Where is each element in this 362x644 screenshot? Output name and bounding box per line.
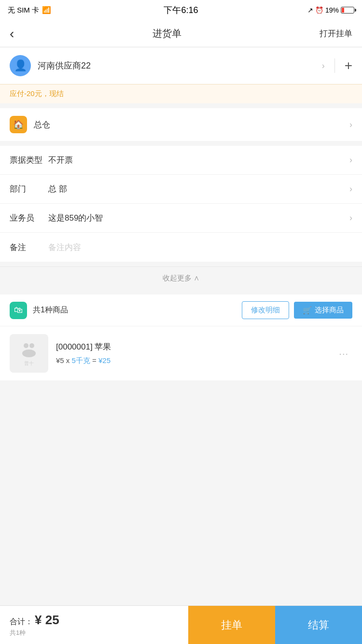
supplier-avatar: 👤: [10, 55, 31, 76]
products-count: 共1种商品: [33, 305, 242, 315]
invoice-type-chevron-icon: ›: [349, 155, 352, 165]
collapse-text: 收起更多 ∧: [163, 274, 199, 282]
product-total: ¥25: [98, 356, 111, 364]
edit-details-button[interactable]: 修改明细: [242, 301, 289, 319]
total-count: 共1种: [10, 629, 179, 637]
invoice-type-value: 不开票: [48, 154, 349, 166]
carrier-text: 无 SIM 卡: [8, 6, 39, 15]
notice-text: 应付-20元，现结: [10, 89, 64, 98]
invoice-type-row[interactable]: 票据类型 不开票 ›: [0, 146, 362, 175]
product-more-button[interactable]: ···: [335, 346, 352, 361]
form-section: 票据类型 不开票 › 部门 总 部 › 业务员 这是859的小智 › 备注 备注…: [0, 146, 362, 262]
product-qty: 5千克: [72, 356, 90, 364]
department-value: 总 部: [48, 183, 349, 195]
svg-point-0: [24, 343, 28, 348]
warehouse-symbol: 🏠: [13, 119, 24, 130]
supplier-name: 河南供应商22: [38, 60, 322, 71]
products-header: 🛍 共1种商品 修改明细 🛒 选择商品: [0, 294, 362, 326]
product-multiply: x: [66, 356, 72, 364]
product-unit-price: ¥5: [56, 356, 64, 364]
remark-row[interactable]: 备注 备注内容: [0, 233, 362, 262]
products-icon: 🛍: [10, 302, 27, 319]
select-products-button[interactable]: 🛒 选择商品: [294, 302, 352, 319]
select-products-icon: 🛒: [303, 306, 312, 315]
battery-percent: 19%: [325, 6, 339, 14]
department-chevron-icon: ›: [349, 184, 352, 194]
shopping-bag-icon: 🛍: [14, 305, 23, 315]
back-button[interactable]: ‹: [10, 26, 14, 42]
svg-point-2: [22, 350, 36, 357]
supplier-chevron-icon: ›: [322, 61, 325, 71]
invoice-type-label: 票据类型: [10, 154, 48, 166]
remark-label: 备注: [10, 242, 48, 253]
total-section: 合计： ¥ 25 共1种: [0, 608, 188, 642]
status-left: 无 SIM 卡 📶: [8, 6, 51, 15]
alarm-icon: ⏰: [315, 6, 323, 14]
status-right: ↗ ⏰ 19%: [307, 6, 354, 14]
warehouse-section: 🏠 总仓 ›: [0, 108, 362, 141]
hang-order-button[interactable]: 挂单: [188, 606, 275, 644]
department-label: 部门: [10, 183, 48, 195]
notice-bar: 应付-20元，现结: [0, 84, 362, 103]
product-item: 普十 [0000001] 苹果 ¥5 x 5千克 = ¥25 ···: [0, 326, 362, 380]
product-equals: =: [92, 356, 98, 364]
nav-bar: ‹ 进货单 打开挂单: [0, 20, 362, 47]
total-row: 合计： ¥ 25: [10, 613, 179, 628]
products-section: 🛍 共1种商品 修改明细 🛒 选择商品 普十: [0, 294, 362, 380]
salesperson-chevron-icon: ›: [349, 213, 352, 223]
product-price: ¥5 x 5千克 = ¥25: [56, 356, 335, 365]
product-thumbnail: 普十: [10, 334, 48, 373]
battery-icon: [341, 7, 354, 14]
product-name: [0000001] 苹果: [56, 341, 335, 352]
status-bar: 无 SIM 卡 📶 下午6:16 ↗ ⏰ 19%: [0, 0, 362, 20]
remark-placeholder: 备注内容: [48, 242, 352, 253]
select-products-label: 选择商品: [315, 306, 344, 315]
add-supplier-button[interactable]: +: [345, 58, 352, 73]
svg-point-1: [29, 343, 34, 348]
total-amount: ¥ 25: [35, 613, 59, 628]
warehouse-chevron-icon: ›: [349, 120, 352, 130]
salesperson-label: 业务员: [10, 212, 48, 224]
salesperson-value: 这是859的小智: [48, 212, 349, 224]
warehouse-icon: 🏠: [10, 116, 27, 133]
supplier-divider: [334, 58, 335, 73]
total-label: 合计：: [10, 617, 33, 627]
checkout-button[interactable]: 结算: [275, 606, 362, 644]
product-info: [0000001] 苹果 ¥5 x 5千克 = ¥25: [56, 341, 335, 365]
warehouse-row[interactable]: 🏠 总仓 ›: [0, 108, 362, 141]
collapse-bar[interactable]: 收起更多 ∧: [0, 266, 362, 290]
location-icon: ↗: [307, 6, 313, 14]
supplier-row[interactable]: 👤 河南供应商22 › +: [0, 47, 362, 84]
bottom-bar: 合计： ¥ 25 共1种 挂单 结算: [0, 605, 362, 644]
status-time: 下午6:16: [164, 4, 198, 16]
page-title: 进货单: [153, 27, 181, 40]
warehouse-name: 总仓: [34, 119, 349, 130]
product-thumb-placeholder: 普十: [19, 340, 39, 367]
main-content: 👤 河南供应商22 › + 应付-20元，现结 🏠 总仓 › 票据类型 不开票 …: [0, 47, 362, 424]
supplier-avatar-icon: 👤: [14, 59, 27, 72]
supplier-section: 👤 河南供应商22 › + 应付-20元，现结: [0, 47, 362, 103]
wifi-icon: 📶: [42, 6, 51, 14]
salesperson-row[interactable]: 业务员 这是859的小智 ›: [0, 204, 362, 233]
department-row[interactable]: 部门 总 部 ›: [0, 175, 362, 204]
open-pending-button[interactable]: 打开挂单: [320, 28, 352, 39]
